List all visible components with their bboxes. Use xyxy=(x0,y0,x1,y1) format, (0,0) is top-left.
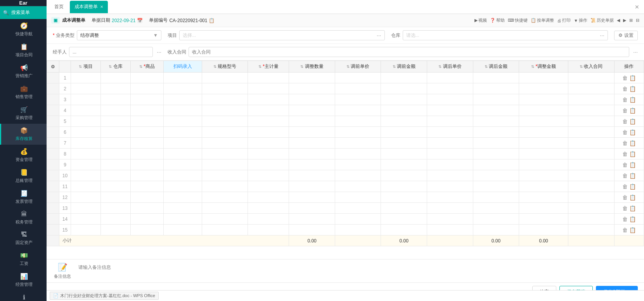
col-income-contract[interactable]: ⇅ 收入合同 xyxy=(568,61,614,73)
copy-icon-8[interactable]: 📋 xyxy=(629,151,636,157)
cell-8-2[interactable] xyxy=(130,149,163,159)
cell-1-1[interactable] xyxy=(100,73,130,83)
cell-6-8[interactable] xyxy=(381,127,427,138)
sidebar-item-fixed-assets[interactable]: 🏗 固定资产 xyxy=(0,228,47,249)
cell-7-2[interactable] xyxy=(130,138,163,149)
cell-13-7[interactable] xyxy=(335,203,381,214)
cell-6-4[interactable] xyxy=(202,127,248,138)
col-adj-amount[interactable]: ⇅ *调整金额 xyxy=(519,61,568,73)
cell-13-1[interactable] xyxy=(100,203,130,214)
copy-icon-9[interactable]: 📋 xyxy=(629,162,636,168)
cell-7-3[interactable] xyxy=(163,138,202,149)
cell-1-2[interactable] xyxy=(130,73,163,83)
cell-11-10[interactable] xyxy=(473,181,519,192)
cell-3-0[interactable] xyxy=(71,94,101,105)
cell-3-8[interactable] xyxy=(381,94,427,105)
copy-icon-13[interactable]: 📋 xyxy=(629,205,636,211)
cell-2-8[interactable] xyxy=(381,83,427,94)
date-value[interactable]: 2022-09-21 xyxy=(112,18,135,23)
col-project[interactable]: ⇅ 项目 xyxy=(71,61,101,73)
cell-12-5[interactable] xyxy=(248,192,289,203)
cell-9-9[interactable] xyxy=(427,159,473,170)
cell-11-8[interactable] xyxy=(381,181,427,192)
tab-cost-adjust[interactable]: 成本调整单 ✕ xyxy=(70,1,108,13)
cell-15-7[interactable] xyxy=(335,225,381,235)
sidebar-item-sales-promotion[interactable]: 📢 营销推广 xyxy=(0,61,47,82)
cell-14-3[interactable] xyxy=(163,214,202,225)
col-spec-type[interactable]: ⇅ 规格型号 xyxy=(202,61,248,73)
delete-icon-6[interactable]: 🗑 xyxy=(622,129,628,135)
cell-2-5[interactable] xyxy=(248,83,289,94)
warehouse-select[interactable]: 请选... ··· xyxy=(403,30,608,40)
cell-3-10[interactable] xyxy=(473,94,519,105)
cell-7-0[interactable] xyxy=(71,138,101,149)
cell-15-8[interactable] xyxy=(381,225,427,235)
window-close-button[interactable]: ✕ xyxy=(633,2,641,12)
cell-11-9[interactable] xyxy=(427,181,473,192)
cell-8-4[interactable] xyxy=(202,149,248,159)
delete-icon-2[interactable]: 🗑 xyxy=(622,86,628,92)
cell-3-6[interactable] xyxy=(289,94,335,105)
cell-9-4[interactable] xyxy=(202,159,248,170)
cell-8-0[interactable] xyxy=(71,149,101,159)
sidebar-item-purchase-mgmt[interactable]: 🛒 采购管理 xyxy=(0,103,47,124)
cell-11-5[interactable] xyxy=(248,181,289,192)
cell-5-12[interactable] xyxy=(568,116,614,127)
cell-9-10[interactable] xyxy=(473,159,519,170)
cell-7-1[interactable] xyxy=(100,138,130,149)
cell-15-4[interactable] xyxy=(202,225,248,235)
cell-1-11[interactable] xyxy=(519,73,568,83)
cell-4-3[interactable] xyxy=(163,105,202,116)
cell-12-9[interactable] xyxy=(427,192,473,203)
cell-15-10[interactable] xyxy=(473,225,519,235)
cell-5-10[interactable] xyxy=(473,116,519,127)
cell-3-7[interactable] xyxy=(335,94,381,105)
cell-4-12[interactable] xyxy=(568,105,614,116)
cell-10-11[interactable] xyxy=(519,170,568,181)
copy-icon-5[interactable]: 📋 xyxy=(629,118,636,125)
cell-7-9[interactable] xyxy=(427,138,473,149)
cell-5-4[interactable] xyxy=(202,116,248,127)
sidebar-search-button[interactable]: 🔍 搜索菜单 xyxy=(0,6,47,19)
cell-1-10[interactable] xyxy=(473,73,519,83)
cell-11-3[interactable] xyxy=(163,181,202,192)
cell-12-10[interactable] xyxy=(473,192,519,203)
cell-14-7[interactable] xyxy=(335,214,381,225)
cell-2-12[interactable] xyxy=(568,83,614,94)
cell-7-12[interactable] xyxy=(568,138,614,149)
cell-1-6[interactable] xyxy=(289,73,335,83)
cell-3-4[interactable] xyxy=(202,94,248,105)
sidebar-item-ledger-mgmt[interactable]: 📒 总账管理 xyxy=(0,166,47,187)
cell-2-7[interactable] xyxy=(335,83,381,94)
cell-10-9[interactable] xyxy=(427,170,473,181)
delete-icon-3[interactable]: 🗑 xyxy=(622,97,628,103)
cell-4-11[interactable] xyxy=(519,105,568,116)
cell-2-2[interactable] xyxy=(130,83,163,94)
income-contract-input[interactable] xyxy=(189,47,629,57)
cell-10-6[interactable] xyxy=(289,170,335,181)
delete-icon-13[interactable]: 🗑 xyxy=(622,205,628,211)
cell-12-1[interactable] xyxy=(100,192,130,203)
copy-icon-12[interactable]: 📋 xyxy=(629,194,636,201)
cell-8-7[interactable] xyxy=(335,149,381,159)
cell-5-1[interactable] xyxy=(100,116,130,127)
cell-8-8[interactable] xyxy=(381,149,427,159)
sidebar-item-sales-mgmt[interactable]: 💼 销售管理 xyxy=(0,82,47,103)
cell-8-12[interactable] xyxy=(568,149,614,159)
view-action[interactable]: ▶ 视频 xyxy=(474,17,487,23)
cell-15-11[interactable] xyxy=(519,225,568,235)
cell-9-2[interactable] xyxy=(130,159,163,170)
cell-11-7[interactable] xyxy=(335,181,381,192)
cell-15-12[interactable] xyxy=(568,225,614,235)
cell-3-9[interactable] xyxy=(427,94,473,105)
delete-icon-14[interactable]: 🗑 xyxy=(622,216,628,222)
cell-12-4[interactable] xyxy=(202,192,248,203)
sidebar-item-payroll[interactable]: 💵 工资 xyxy=(0,249,47,270)
cell-2-0[interactable] xyxy=(71,83,101,94)
cell-8-11[interactable] xyxy=(519,149,568,159)
cell-12-12[interactable] xyxy=(568,192,614,203)
cell-15-2[interactable] xyxy=(130,225,163,235)
calendar-icon[interactable]: 📅 xyxy=(137,18,143,23)
copy-icon-15[interactable]: 📋 xyxy=(629,227,636,233)
project-select[interactable]: 选择... ··· xyxy=(179,30,385,40)
